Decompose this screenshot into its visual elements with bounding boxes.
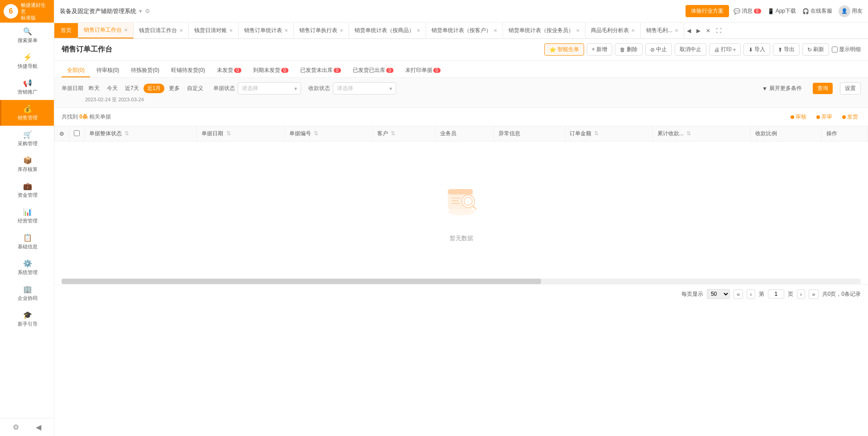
filter-settings-button[interactable]: 设置 bbox=[840, 82, 861, 95]
tab-close-sales-summary-customer[interactable]: ✕ bbox=[494, 28, 497, 33]
horizontal-scrollbar[interactable] bbox=[62, 279, 861, 284]
tab-close-sales-workbench[interactable]: ✕ bbox=[124, 28, 128, 33]
sub-tab-shipped-out[interactable]: 已发货已出库0 bbox=[347, 64, 399, 77]
cancel-stop-button[interactable]: 取消中止 bbox=[675, 43, 706, 56]
expand-filter-button[interactable]: ▼ 展开更多条件 bbox=[762, 85, 802, 92]
app-download-action[interactable]: 📱 App下载 bbox=[767, 7, 796, 15]
add-button[interactable]: + 新增 bbox=[587, 43, 612, 56]
sort-icon4[interactable]: ⇅ bbox=[391, 130, 395, 137]
tab-close-sales-exec[interactable]: ✕ bbox=[340, 28, 343, 33]
date-option-more[interactable]: 更多 bbox=[166, 84, 182, 93]
sub-tab-shipped-not-out[interactable]: 已发货未出库0 bbox=[295, 64, 346, 77]
cancel-audit-button[interactable]: 弃审 bbox=[814, 112, 835, 122]
sub-tab-not-printed[interactable]: 未打印单据0 bbox=[400, 64, 446, 77]
sidebar-item-guide[interactable]: 🎓新手引导 bbox=[0, 306, 54, 332]
settings-icon[interactable]: ⚙ bbox=[13, 423, 19, 431]
operations-icon: 📊 bbox=[23, 208, 32, 216]
dropdown-icon[interactable]: ▾ bbox=[139, 8, 142, 14]
date-option-last7[interactable]: 近7天 bbox=[122, 84, 142, 93]
query-button[interactable]: 查询 bbox=[813, 83, 833, 94]
tab-cash-daily[interactable]: 钱货日清工作台✕ bbox=[134, 23, 189, 38]
settings-icon[interactable]: ⚙ bbox=[145, 8, 150, 14]
tab-close-product-margin[interactable]: ✕ bbox=[631, 28, 635, 33]
stop-button[interactable]: ⊘ 中止 bbox=[645, 43, 672, 56]
sidebar-item-quick-nav[interactable]: ⚡快捷导航 bbox=[0, 48, 54, 74]
date-option-today[interactable]: 今天 bbox=[104, 84, 120, 93]
checkbox-column-header[interactable] bbox=[69, 126, 85, 142]
sidebar-item-marketing[interactable]: 📢营销推广 bbox=[0, 74, 54, 100]
tab-close-sales-more[interactable]: ✕ bbox=[675, 28, 678, 33]
status-select[interactable]: 请选择 ▾ bbox=[238, 82, 301, 95]
refresh-button[interactable]: ↻ 刷新 bbox=[802, 43, 829, 56]
sort-icon[interactable]: ⇅ bbox=[125, 130, 129, 137]
sidebar-item-inventory[interactable]: 📦库存核算 bbox=[0, 152, 54, 177]
prev-page-button[interactable]: ‹ bbox=[747, 289, 755, 299]
tab-cash-reconcile[interactable]: 钱货日清对账✕ bbox=[189, 23, 239, 38]
user-action[interactable]: 👤 用友 bbox=[839, 5, 863, 17]
tabs-close-all-button[interactable]: ✕ bbox=[703, 24, 713, 38]
import-button[interactable]: ⬇ 导入 bbox=[743, 43, 770, 56]
tabs-prev-button[interactable]: ◀ bbox=[684, 24, 694, 38]
date-range-display: 2023-02-24 至 2023-03-24 bbox=[85, 96, 861, 103]
sort-icon3[interactable]: ⇅ bbox=[314, 130, 318, 137]
last-page-button[interactable]: » bbox=[809, 289, 818, 299]
sub-tab-expired-not-shipped[interactable]: 到期未发货0 bbox=[248, 64, 294, 77]
tab-home[interactable]: 首页 bbox=[54, 23, 78, 38]
online-service-action[interactable]: 🎧 在线客服 bbox=[802, 7, 832, 15]
date-option-yesterday[interactable]: 昨天 bbox=[86, 84, 102, 93]
sub-tab-wangpu-pending[interactable]: 旺铺待发货(0) bbox=[166, 64, 211, 77]
tabs-next-button[interactable]: ▶ bbox=[694, 24, 703, 38]
sort-icon6[interactable]: ⇅ bbox=[686, 130, 691, 137]
sort-icon2[interactable]: ⇅ bbox=[226, 130, 231, 137]
tab-close-sales-stat[interactable]: ✕ bbox=[284, 28, 288, 33]
date-option-last1m[interactable]: 近1月 bbox=[144, 84, 165, 93]
tab-close-sales-summary-product[interactable]: ✕ bbox=[417, 28, 420, 33]
tab-sales-exec[interactable]: 销售订单执行表✕ bbox=[294, 23, 349, 38]
sidebar-item-label-operations: 经营管理 bbox=[18, 218, 38, 224]
ship-button[interactable]: 发货 bbox=[839, 112, 861, 122]
tab-sales-summary-staff[interactable]: 销货单统计表（按业务员）✕ bbox=[503, 23, 585, 38]
audit-button[interactable]: 审核 bbox=[788, 112, 809, 122]
sidebar-item-sales[interactable]: 💰销售管理 bbox=[0, 100, 54, 126]
sidebar-item-operations[interactable]: 📊经营管理 bbox=[0, 203, 54, 229]
gear-column-header[interactable]: ⚙ bbox=[55, 126, 69, 142]
delete-button[interactable]: 🗑 删除 bbox=[615, 43, 643, 56]
sidebar-item-search[interactable]: 🔍搜索菜单 bbox=[0, 23, 54, 48]
scrollbar-thumb[interactable] bbox=[62, 279, 541, 284]
sidebar-item-finance[interactable]: 💼资金管理 bbox=[0, 177, 54, 203]
sort-icon5[interactable]: ⇅ bbox=[594, 130, 599, 137]
collapse-icon[interactable]: ◀ bbox=[36, 423, 41, 431]
sub-tab-pending-inspect[interactable]: 待拣验货(0) bbox=[125, 64, 165, 77]
date-option-custom[interactable]: 自定义 bbox=[184, 84, 206, 93]
tab-sales-summary-product[interactable]: 销货单统计表（按商品）✕ bbox=[349, 23, 426, 38]
tab-close-sales-summary-staff[interactable]: ✕ bbox=[576, 28, 580, 33]
select-all-checkbox[interactable] bbox=[74, 130, 80, 136]
sidebar-item-system[interactable]: ⚙️系统管理 bbox=[0, 255, 54, 280]
page-size-select[interactable]: 50 10 20 100 bbox=[707, 289, 730, 299]
next-page-button[interactable]: › bbox=[797, 289, 805, 299]
tab-sales-stat[interactable]: 销售订单统计表✕ bbox=[239, 23, 294, 38]
tab-close-cash-daily[interactable]: ✕ bbox=[179, 28, 183, 33]
tab-sales-more[interactable]: 销售毛利...✕ bbox=[641, 23, 684, 38]
tab-sales-workbench[interactable]: 销售订单工作台✕ bbox=[78, 23, 134, 38]
tabs-maximize-button[interactable]: ⛶ bbox=[713, 24, 724, 38]
show-detail-checkbox[interactable]: 显示明细 bbox=[832, 46, 861, 53]
page-number-input[interactable] bbox=[768, 289, 784, 299]
first-page-button[interactable]: « bbox=[734, 289, 743, 299]
show-detail-input[interactable] bbox=[832, 47, 838, 52]
print-button[interactable]: 🖨 打印 ▾ bbox=[709, 43, 741, 56]
message-action[interactable]: 💬 消息 6 bbox=[734, 7, 761, 15]
sidebar-item-enterprise[interactable]: 🏢企业协同 bbox=[0, 280, 54, 306]
tab-close-cash-reconcile[interactable]: ✕ bbox=[229, 28, 233, 33]
sidebar-item-purchase[interactable]: 🛒采购管理 bbox=[0, 126, 54, 152]
tab-sales-summary-customer[interactable]: 销货单统计表（按客户）✕ bbox=[426, 23, 503, 38]
sub-tab-not-shipped[interactable]: 未发货0 bbox=[211, 64, 247, 77]
sub-tab-pending-review[interactable]: 待审核(0) bbox=[91, 64, 125, 77]
industry-solution-button[interactable]: 体验行业方案 bbox=[686, 5, 729, 17]
sidebar-item-basic[interactable]: 📋基础信息 bbox=[0, 229, 54, 255]
smart-gen-button[interactable]: ⭐ 智能生单 bbox=[544, 43, 584, 56]
export-button[interactable]: ⬆ 导出 bbox=[773, 43, 800, 56]
payment-select[interactable]: 请选择 ▾ bbox=[333, 82, 396, 95]
tab-product-margin[interactable]: 商品毛利分析表✕ bbox=[585, 23, 641, 38]
sub-tab-all[interactable]: 全部(0) bbox=[62, 64, 90, 77]
